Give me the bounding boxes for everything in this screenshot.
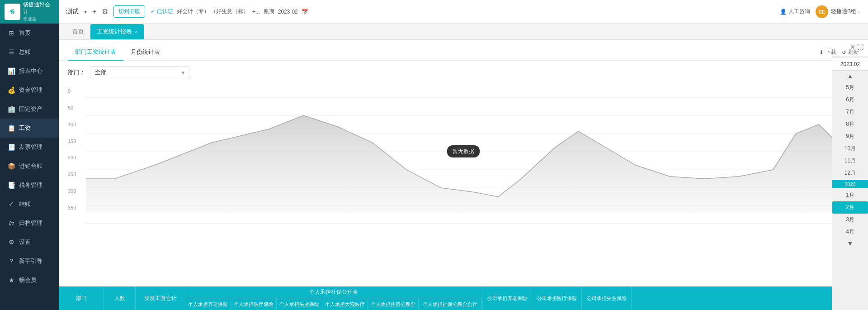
sales-icon: 📦 xyxy=(7,162,15,170)
y-axis: 350 300 250 200 150 100 50 0 xyxy=(68,88,86,210)
sidebar-item-member[interactable]: ★ 畅会员 xyxy=(0,271,59,290)
company-name: 测试 xyxy=(66,8,79,16)
panel-month-3[interactable]: 3月 xyxy=(832,214,868,226)
tab-home[interactable]: 首页 xyxy=(66,24,90,39)
panel-month-5[interactable]: 5月 xyxy=(832,81,868,94)
topbar-tags: ✓ 已认证 好会计（专） +好生意（标） +... 账期 2023-02 📅 xyxy=(151,8,774,15)
settings-btn[interactable]: ⚙ xyxy=(102,7,108,16)
salary-icon: 📋 xyxy=(7,124,15,132)
user-btn[interactable]: CE 轻捷通B组... xyxy=(816,5,861,18)
sidebar-item-label: 进销台账 xyxy=(19,162,42,170)
sidebar-item-assets[interactable]: 🏢 固定资产 xyxy=(0,100,59,119)
type2-tag: +好生意（标） xyxy=(213,8,249,15)
panel-down-btn[interactable]: ▼ xyxy=(832,238,868,249)
sidebar-item-label: 总账 xyxy=(19,48,31,56)
sidebar: 畅 畅捷通好会计 专业版 ⊞ 首页 ☰ 总账 📊 报表中心 💰 资金管理 🏢 固… xyxy=(0,0,59,310)
invoice-icon: 🧾 xyxy=(7,143,15,151)
right-panel-year-header: 2023.02 xyxy=(832,58,868,71)
chart-area: 350 300 250 200 150 100 50 0 xyxy=(59,84,868,286)
sidebar-item-sales[interactable]: 📦 进销台账 xyxy=(0,157,59,176)
sidebar-item-label: 结账 xyxy=(19,200,31,208)
sidebar-item-label: 设置 xyxy=(19,238,31,246)
sub-tab-dept[interactable]: 部门工资统计表 xyxy=(68,44,123,61)
ledger-icon: ☰ xyxy=(7,48,15,56)
sidebar-logo: 畅 畅捷通好会计 专业版 xyxy=(0,0,59,24)
add-btn[interactable]: + xyxy=(92,8,96,16)
panel-up-btn[interactable]: ▲ xyxy=(832,71,868,81)
sidebar-item-label: 报表中心 xyxy=(19,67,42,75)
settings-icon: ⚙ xyxy=(7,238,15,246)
sidebar-item-label: 畅会员 xyxy=(19,276,37,284)
panel-maximize-btn[interactable]: ⛶ xyxy=(857,43,863,51)
more-tag: +... xyxy=(252,9,260,15)
chart-tooltip: 暂无数据 xyxy=(447,145,480,157)
logo-icon: 畅 xyxy=(5,4,20,20)
page-content: ✕ ⛶ 部门工资统计表 月份统计表 ⬇ 下载 ↺ xyxy=(59,40,868,310)
bottom-table: 部门 人数 应发工资合计 个人承担社保公积金 个人承担养老保险 xyxy=(59,286,868,310)
panel-month-8[interactable]: 8月 xyxy=(832,118,868,130)
settlement-icon: ✓ xyxy=(7,200,15,208)
panel-month-11[interactable]: 11月 xyxy=(832,155,868,167)
archive-icon: 🗂 xyxy=(7,219,15,227)
sidebar-item-label: 新手引导 xyxy=(19,257,42,265)
panel-month-7[interactable]: 7月 xyxy=(832,106,868,118)
sub-col-pension: 个人承担养老保险 xyxy=(185,298,231,310)
sidebar-menu: ⊞ 首页 ☰ 总账 📊 报表中心 💰 资金管理 🏢 固定资产 📋 工资 🧾 发票… xyxy=(0,24,59,310)
tab-salary-label: 工资统计报表 xyxy=(97,28,132,36)
chart-container: 350 300 250 200 150 100 50 0 xyxy=(68,88,859,224)
sidebar-item-ledger[interactable]: ☰ 总账 xyxy=(0,43,59,62)
panel-month-4[interactable]: 4月 xyxy=(832,226,868,238)
sidebar-item-archive[interactable]: 🗂 归档管理 xyxy=(0,214,59,233)
panel-month-2[interactable]: 2月 xyxy=(832,201,868,214)
sub-col-company-pension: 公司承担养老保险 xyxy=(482,286,532,310)
sidebar-item-home[interactable]: ⊞ 首页 xyxy=(0,24,59,43)
panel-month-6[interactable]: 6月 xyxy=(832,94,868,106)
tab-salary-report[interactable]: 工资统计报表 × xyxy=(90,24,144,39)
sub-tab-monthly[interactable]: 月份统计表 xyxy=(123,44,167,61)
topbar: 测试 ▾ + ⚙ 切到旧版 ✓ 已认证 好会计（专） +好生意（标） +... … xyxy=(59,0,868,24)
sidebar-item-salary[interactable]: 📋 工资 xyxy=(0,119,59,138)
cert-tag: ✓ 已认证 xyxy=(151,8,173,15)
panel-controls: ✕ ⛶ xyxy=(845,40,868,54)
panel-month-10[interactable]: 10月 xyxy=(832,143,868,155)
right-panel: 2023.02 ▲ 5月 6月 7月 8月 xyxy=(832,56,868,310)
sidebar-item-reports[interactable]: 📊 报表中心 xyxy=(0,62,59,81)
reports-icon: 📊 xyxy=(7,67,15,75)
period-icon: 📅 xyxy=(302,9,308,15)
home-icon: ⊞ xyxy=(7,29,15,37)
sidebar-item-tax[interactable]: 📑 税务管理 xyxy=(0,176,59,195)
help-icon: 👤 xyxy=(780,9,787,15)
sidebar-item-label: 归档管理 xyxy=(19,219,42,227)
panel-month-9[interactable]: 9月 xyxy=(832,130,868,143)
user-name: 轻捷通B组... xyxy=(831,8,861,15)
table-col-group-personal: 个人承担社保公积金 个人承担养老保险 个人承担医疗保险 个人承担失业保险 xyxy=(185,286,482,310)
sidebar-item-invoice[interactable]: 🧾 发票管理 xyxy=(0,138,59,157)
funds-icon: 💰 xyxy=(7,86,15,94)
sidebar-item-label: 发票管理 xyxy=(19,143,42,151)
sidebar-item-settlement[interactable]: ✓ 结账 xyxy=(0,195,59,214)
sidebar-item-label: 资金管理 xyxy=(19,86,42,94)
topbar-right: 👤 人工咨询 CE 轻捷通B组... xyxy=(780,5,861,18)
sidebar-item-funds[interactable]: 💰 资金管理 xyxy=(0,81,59,100)
sub-col-unemploy: 个人承担失业保险 xyxy=(277,298,322,310)
guide-icon: ? xyxy=(7,257,15,265)
period-label: 账期 xyxy=(264,8,274,15)
tax-icon: 📑 xyxy=(7,181,15,189)
panel-month-12[interactable]: 12月 xyxy=(832,167,868,179)
sidebar-item-label: 首页 xyxy=(19,29,31,37)
tab-bar: 首页 工资统计报表 × xyxy=(59,24,868,40)
download-btn[interactable]: ⬇ 下载 xyxy=(819,48,836,56)
help-btn[interactable]: 👤 人工咨询 xyxy=(780,8,810,15)
panel-close-btn[interactable]: ✕ xyxy=(850,43,855,51)
table-col-people: 人数 xyxy=(104,286,136,310)
company-dropdown-btn[interactable]: ▾ xyxy=(84,9,87,15)
sub-col-major-medical: 个人承担大额医疗 xyxy=(322,298,368,310)
tab-close-btn[interactable]: × xyxy=(135,29,137,34)
sidebar-item-settings[interactable]: ⚙ 设置 xyxy=(0,233,59,252)
filter-area: 部门： 全部 xyxy=(59,61,868,84)
dept-select[interactable]: 全部 xyxy=(90,66,189,78)
panel-month-1[interactable]: 1月 xyxy=(832,189,868,201)
sidebar-item-guide[interactable]: ? 新手引导 xyxy=(0,252,59,271)
switch-version-btn[interactable]: 切到旧版 xyxy=(113,5,145,18)
avatar: CE xyxy=(816,5,828,18)
